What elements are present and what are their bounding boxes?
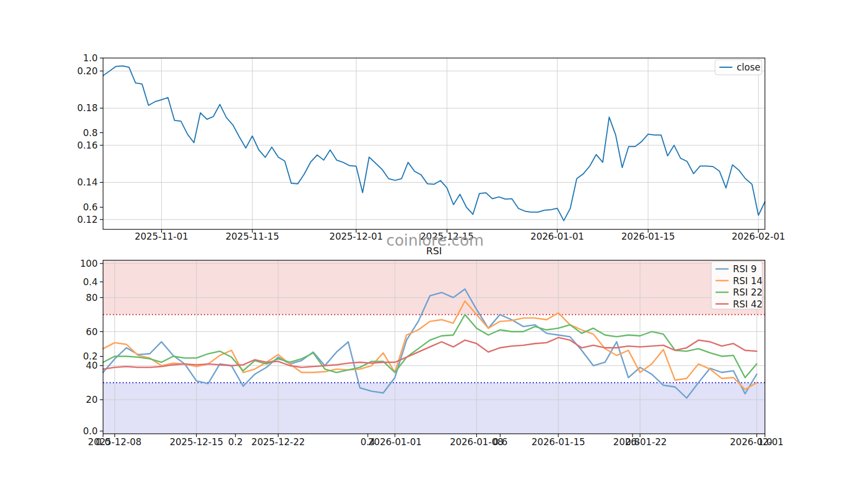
overlay-x-tick-label: 0.4 [360, 436, 375, 447]
x-tick-label: 2026-01-15 [532, 436, 585, 447]
overlay-x-tick-label: 0.8 [625, 436, 640, 447]
y-tick-label: 60 [86, 326, 98, 337]
x-tick-label: 2026-01-01 [531, 231, 584, 242]
overlay-x-tick-label: 0.6 [493, 436, 507, 447]
legend: close [715, 60, 762, 75]
overlay-x-tick-label: 0.0 [95, 436, 110, 447]
legend-label-close: close [737, 62, 761, 73]
y-tick-label: 0.14 [77, 177, 98, 188]
rsi-title: RSI [426, 245, 442, 256]
overlay-y-tick-label: 0.0 [83, 426, 98, 436]
y-tick-label: 80 [86, 292, 98, 303]
legend-label-rsi-14: RSI 14 [733, 275, 763, 286]
y-tick-label: 0.18 [77, 102, 98, 113]
x-tick-label: 2025-11-01 [135, 231, 188, 242]
legend: RSI 9 RSI 14 RSI 22 RSI 42 [711, 261, 763, 310]
legend-label-rsi-42: RSI 42 [733, 299, 763, 310]
overbought-band [103, 260, 765, 314]
overlay-y-tick-label: 0.8 [83, 127, 98, 138]
figure-svg: 2025-11-012025-11-152025-12-012025-12-15… [0, 0, 868, 488]
x-tick-label: 2025-12-15 [170, 436, 224, 447]
y-tick-label: 0.12 [77, 214, 98, 225]
x-tick-label: 2026-01-22 [613, 436, 667, 447]
x-tick-label: 2026-02-01 [732, 231, 786, 242]
y-tick-label: 20 [86, 394, 98, 405]
x-tick-label: 2025-12-01 [329, 231, 383, 242]
x-tick-label: 2026-01-01 [368, 436, 422, 447]
legend-label-rsi-9: RSI 9 [733, 264, 757, 274]
x-tick-label: 2025-11-15 [226, 231, 279, 242]
oversold-band [103, 383, 765, 434]
x-tick-label: 2025-12-22 [251, 436, 305, 447]
x-tick-label: 2026-01-15 [621, 231, 675, 242]
overlay-y-tick-label: 0.4 [83, 277, 98, 287]
y-tick-label: 100 [80, 258, 98, 269]
legend-label-rsi-22: RSI 22 [733, 287, 763, 298]
y-tick-label: 0.16 [77, 140, 98, 151]
overlay-x-tick-label: 1.0 [757, 436, 772, 447]
overlay-y-tick-label: 0.2 [83, 351, 98, 362]
x-tick-label: 2026-02-01 [730, 436, 784, 447]
overlay-x-tick-label: 0.2 [228, 436, 242, 447]
y-tick-label: 0.20 [77, 66, 98, 76]
overlay-y-tick-label: 0.6 [83, 202, 98, 213]
overlay-y-tick-label: 1.0 [83, 53, 98, 63]
chart-figure: 2025-11-012025-11-152025-12-012025-12-15… [0, 0, 868, 488]
